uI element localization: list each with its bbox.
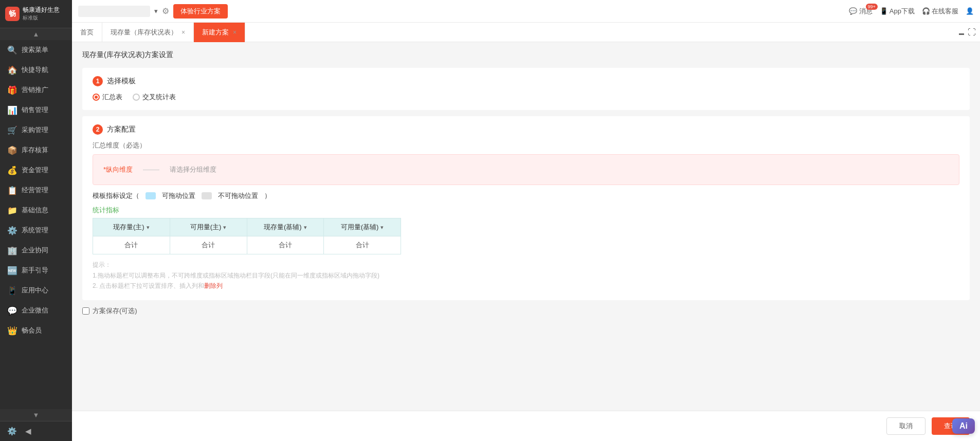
sidebar-item-enterprise[interactable]: 🏢 企业协同: [0, 241, 72, 261]
box-icon: 📦: [7, 145, 17, 155]
sidebar-item-marketing[interactable]: 🎁 营销推广: [0, 80, 72, 100]
tips-item-2: 2. 点击标题栏下拉可设置排序、插入列和删除列: [93, 282, 959, 290]
save-checkbox[interactable]: [82, 307, 89, 315]
new-icon: 🆕: [7, 266, 17, 275]
tabs-expand-button[interactable]: ⛶: [968, 28, 976, 37]
td-col3: 合计: [247, 236, 324, 254]
tab-inventory[interactable]: 现存量（库存状况表） ×: [102, 23, 194, 42]
sidebar-item-system[interactable]: ⚙️ 系统管理: [0, 220, 72, 241]
sidebar-item-label: 库存核算: [22, 145, 48, 155]
delete-col-link[interactable]: 删除列: [204, 282, 223, 289]
step1-num: 1: [93, 76, 103, 86]
sidebar-item-label: 企业微信: [22, 306, 48, 315]
th-col4-dropdown[interactable]: ▾: [380, 224, 384, 231]
tabs-minimize-button[interactable]: 🗕: [957, 28, 966, 37]
sidebar-item-label: 资金管理: [22, 166, 48, 175]
dimension-pink-box[interactable]: *纵向维度 —— 请选择分组维度: [93, 154, 959, 185]
chart-icon: 📊: [7, 105, 17, 115]
sidebar-item-label: 应用中心: [22, 286, 48, 295]
sidebar-item-purchase[interactable]: 🛒 采购管理: [0, 120, 72, 140]
collapse-icon[interactable]: ◀: [25, 427, 31, 436]
th-col4[interactable]: 可用量(基辅) ▾: [324, 218, 401, 236]
sidebar: 畅 畅康通好生意 标准版 ▲ 🔍 搜索菜单 🏠 快捷导航 🎁 营销推广 📊 销售…: [0, 0, 72, 441]
step2-header: 2 方案配置: [93, 124, 959, 135]
settings-icon[interactable]: ⚙️: [7, 427, 17, 436]
sidebar-item-label: 快捷导航: [22, 65, 48, 75]
vertical-dim-label: *纵向维度: [103, 165, 133, 174]
phone-icon: 📱: [880, 7, 888, 15]
sidebar-item-app-center[interactable]: 📱 应用中心: [0, 281, 72, 301]
not-draggable-label: 不可拖动位置: [218, 191, 258, 200]
step1-section: 1 选择模板 汇总表 交叉统计表: [82, 68, 970, 110]
sidebar-item-inventory[interactable]: 📦 库存核算: [0, 140, 72, 160]
td-col1: 合计: [93, 236, 170, 254]
topbar-dropdown-button[interactable]: ▾: [154, 7, 158, 15]
headset-icon: 🎧: [922, 7, 930, 15]
user-avatar[interactable]: 👤: [966, 7, 974, 15]
not-draggable-indicator: [202, 192, 212, 199]
sidebar-item-label: 企业协同: [22, 246, 48, 255]
trial-button[interactable]: 体验行业方案: [173, 4, 228, 19]
topbar: ▾ ⚙ 体验行业方案 💬 消息 99+ 📱 App下载 🎧 在线客服 👤: [72, 0, 980, 23]
sidebar-item-operations[interactable]: 📋 经营管理: [0, 180, 72, 200]
topbar-search-input[interactable]: [78, 6, 150, 17]
sidebar-nav: 🔍 搜索菜单 🏠 快捷导航 🎁 营销推广 📊 销售管理 🛒 采购管理 📦 库存核…: [0, 40, 72, 409]
sidebar-item-basic-info[interactable]: 📁 基础信息: [0, 200, 72, 220]
radio-summary-circle: [93, 94, 100, 101]
ai-badge[interactable]: Ai: [952, 418, 975, 434]
tips-section: 提示： 1.拖动标题栏可以调整布局，不可跨维度或指标区域拖动栏目字段(只能在同一…: [93, 261, 959, 290]
user-icon: 👤: [966, 7, 974, 15]
tab-home[interactable]: 首页: [72, 23, 102, 42]
th-col1-dropdown[interactable]: ▾: [147, 224, 150, 231]
tab-new-scheme[interactable]: 新建方案 ×: [194, 23, 245, 42]
tab-inventory-close[interactable]: ×: [182, 29, 185, 36]
tabs-right-controls: 🗕 ⛶: [957, 28, 980, 37]
sidebar-item-label: 营销推广: [22, 85, 48, 95]
sidebar-scroll-down[interactable]: ▼: [0, 409, 72, 421]
sidebar-item-finance[interactable]: 💰 资金管理: [0, 160, 72, 180]
indicator-suffix: ）: [264, 191, 271, 200]
service-button[interactable]: 🎧 在线客服: [922, 7, 958, 16]
sidebar-item-member[interactable]: 👑 畅会员: [0, 321, 72, 341]
messages-button[interactable]: 💬 消息 99+: [849, 7, 873, 16]
sidebar-item-label: 经营管理: [22, 186, 48, 195]
tips-item-1: 1.拖动标题栏可以调整布局，不可跨维度或指标区域拖动栏目字段(只能在同一维度或指…: [93, 271, 959, 280]
step2-num: 2: [93, 124, 103, 135]
topbar-gear-icon[interactable]: ⚙: [162, 6, 169, 16]
step2-section: 2 方案配置 汇总维度（必选） *纵向维度 —— 请选择分组维度 模板指标设定（…: [82, 116, 970, 300]
content-area: 现存量(库存状况表)方案设置 1 选择模板 汇总表 交叉统计表 2: [72, 42, 980, 411]
tab-new-scheme-close[interactable]: ×: [233, 29, 237, 36]
home-icon: 🏠: [7, 65, 17, 75]
th-col2-dropdown[interactable]: ▾: [223, 224, 226, 231]
draggable-indicator: [146, 192, 156, 199]
cancel-button[interactable]: 取消: [886, 417, 925, 435]
th-col3[interactable]: 现存量(基辅) ▾: [247, 218, 324, 236]
stats-label: 统计指标: [93, 206, 959, 215]
sidebar-item-guide[interactable]: 🆕 新手引导: [0, 261, 72, 281]
radio-summary[interactable]: 汇总表: [93, 93, 122, 102]
th-col3-dropdown[interactable]: ▾: [304, 224, 307, 231]
sidebar-item-search[interactable]: 🔍 搜索菜单: [0, 40, 72, 60]
th-col2[interactable]: 可用量(主) ▾: [170, 218, 247, 236]
stats-table: 现存量(主) ▾ 可用量(主) ▾ 现存量(基辅: [93, 218, 401, 254]
table-row-1: 合计 合计 合计 合计: [93, 236, 401, 254]
app-download-button[interactable]: 📱 App下载: [880, 7, 915, 16]
logo-icon: 畅: [5, 7, 20, 21]
save-row: 方案保存(可选): [82, 306, 970, 316]
radio-crosstab[interactable]: 交叉统计表: [133, 93, 176, 102]
dim-placeholder: 请选择分组维度: [170, 165, 216, 174]
sidebar-item-wechat[interactable]: 💬 企业微信: [0, 301, 72, 321]
sidebar-scroll-up[interactable]: ▲: [0, 28, 72, 40]
wechat-icon: 💬: [7, 306, 17, 316]
message-badge: 99+: [866, 4, 878, 10]
draggable-label: 可拖动位置: [162, 191, 195, 200]
topbar-right: 💬 消息 99+ 📱 App下载 🎧 在线客服 👤: [849, 7, 974, 16]
template-radio-group: 汇总表 交叉统计表: [93, 93, 959, 102]
sidebar-item-sales[interactable]: 📊 销售管理: [0, 100, 72, 120]
gear-icon: ⚙️: [7, 226, 17, 235]
clipboard-icon: 📋: [7, 186, 17, 195]
sidebar-item-label: 基础信息: [22, 206, 48, 215]
th-col1[interactable]: 现存量(主) ▾: [93, 218, 170, 236]
dimension-label: 汇总维度（必选）: [93, 141, 959, 150]
sidebar-item-quick-nav[interactable]: 🏠 快捷导航: [0, 60, 72, 80]
